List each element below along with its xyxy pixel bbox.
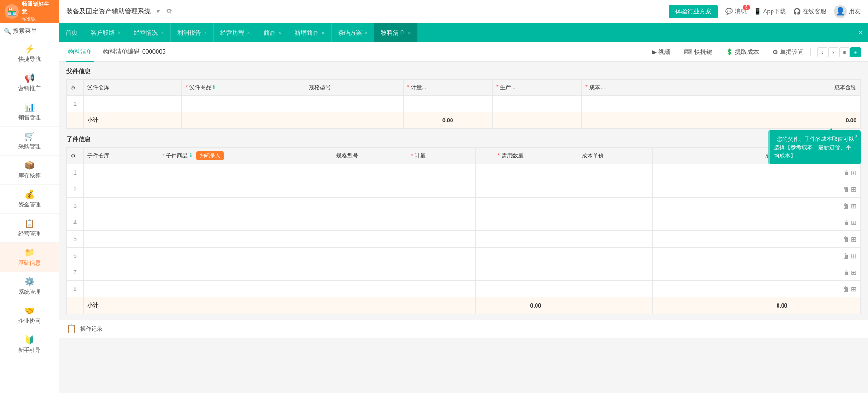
trial-button[interactable]: 体验行业方案 — [669, 5, 718, 18]
settings-icon[interactable]: ⚙ — [166, 7, 172, 16]
child-row-2-unit[interactable] — [407, 181, 475, 198]
child-row-7-product[interactable] — [158, 264, 332, 281]
child-row-3-unit-cost[interactable] — [578, 198, 652, 214]
child-row-1-unit-cost[interactable] — [578, 164, 652, 181]
child-row-3-needed[interactable] — [494, 198, 578, 214]
copy-row-2-icon[interactable]: ⊞ — [851, 186, 856, 193]
delete-row-6-icon[interactable]: 🗑 — [843, 252, 849, 260]
operations-tab-close[interactable]: × — [161, 30, 163, 36]
child-row-8-warehouse[interactable] — [84, 281, 158, 297]
child-row-7-needed[interactable] — [494, 264, 578, 281]
dropdown-icon[interactable]: ▼ — [155, 8, 161, 15]
message-button[interactable]: 💬 消息 6 — [725, 7, 747, 16]
delete-row-8-icon[interactable]: 🗑 — [843, 285, 849, 293]
child-row-5-unit-cost[interactable] — [578, 231, 652, 248]
child-row-6-needed[interactable] — [494, 248, 578, 264]
child-row-1-spec[interactable] — [332, 164, 407, 181]
child-row-4-warehouse[interactable] — [84, 214, 158, 231]
history-tab-close[interactable]: × — [247, 30, 250, 36]
child-row-7-warehouse[interactable] — [84, 264, 158, 281]
child-row-6-unit[interactable] — [407, 248, 475, 264]
tab-history[interactable]: 经营历程 × — [214, 23, 257, 42]
child-row-7-unit-cost[interactable] — [578, 264, 652, 281]
search-menu-button[interactable]: 🔍 搜索菜单 — [0, 23, 59, 39]
copy-row-3-icon[interactable]: ⊞ — [851, 202, 856, 210]
child-row-5-needed[interactable] — [494, 231, 578, 248]
parent-row-1-unit[interactable] — [403, 96, 492, 112]
parent-row-1-product[interactable] — [181, 96, 305, 112]
sidebar-item-purchase[interactable]: 🛒 采购管理 — [0, 127, 59, 156]
sub-tab-bom-code[interactable]: 物料清单编码 0000005 — [102, 42, 168, 62]
child-row-7-unit[interactable] — [407, 264, 475, 281]
bom-tab-close[interactable]: × — [408, 30, 410, 36]
sidebar-item-sales[interactable]: 📊 销售管理 — [0, 97, 59, 127]
child-row-2-spec[interactable] — [332, 181, 407, 198]
sub-tab-bom-list[interactable]: 物料清单 — [66, 42, 94, 62]
tab-products[interactable]: 商品 × — [257, 23, 288, 42]
app-download-button[interactable]: 📱 App下载 — [754, 7, 786, 16]
child-row-6-unit-cost[interactable] — [578, 248, 652, 264]
scan-button[interactable]: 扫码录入 — [196, 151, 224, 160]
child-row-3-unit[interactable] — [407, 198, 475, 214]
tab-home[interactable]: 首页 — [59, 23, 84, 42]
delete-row-4-icon[interactable]: 🗑 — [843, 219, 849, 226]
child-row-8-product[interactable] — [158, 281, 332, 297]
copy-row-8-icon[interactable]: ⊞ — [851, 285, 856, 293]
child-row-3-spec[interactable] — [332, 198, 407, 214]
child-th-settings[interactable]: ⚙ — [67, 148, 84, 164]
child-row-6-warehouse[interactable] — [84, 248, 158, 264]
tab-profit[interactable]: 利润报告 × — [171, 23, 214, 42]
tab-bom[interactable]: 物料清单 × — [374, 23, 417, 42]
sidebar-item-inventory[interactable]: 📦 库存核算 — [0, 156, 59, 185]
child-row-1-unit[interactable] — [407, 164, 475, 181]
child-row-3-warehouse[interactable] — [84, 198, 158, 214]
parent-row-1-production[interactable] — [492, 96, 581, 112]
single-settings-action[interactable]: ⚙ 单据设置 — [772, 48, 804, 56]
sidebar-item-guide[interactable]: 🔰 新手引导 — [0, 330, 59, 359]
tooltip-close-button[interactable]: × — [855, 132, 858, 140]
child-row-1-needed[interactable] — [494, 164, 578, 181]
parent-row-1-cost[interactable] — [582, 96, 671, 112]
child-row-2-product[interactable] — [158, 181, 332, 198]
sidebar-item-enterprise[interactable]: 🤝 企业协同 — [0, 301, 59, 330]
sidebar-item-basic-info[interactable]: 📁 基础信息 — [0, 243, 59, 272]
products-tab-close[interactable]: × — [278, 30, 281, 36]
copy-row-4-icon[interactable]: ⊞ — [851, 219, 856, 226]
delete-row-1-icon[interactable]: 🗑 — [843, 169, 849, 176]
tab-customer[interactable]: 客户联络 × — [84, 23, 127, 42]
child-row-1-warehouse[interactable] — [84, 164, 158, 181]
child-row-7-spec[interactable] — [332, 264, 407, 281]
video-action[interactable]: ▶ 视频 — [652, 48, 670, 56]
child-row-1-product[interactable] — [158, 164, 332, 181]
customer-tab-close[interactable]: × — [118, 30, 121, 36]
sidebar-item-finance[interactable]: 💰 资金管理 — [0, 185, 59, 214]
parent-th-settings[interactable]: ⚙ — [67, 80, 84, 96]
barcode-tab-close[interactable]: × — [365, 30, 368, 36]
child-row-8-unit[interactable] — [407, 281, 475, 297]
child-row-2-warehouse[interactable] — [84, 181, 158, 198]
child-row-6-spec[interactable] — [332, 248, 407, 264]
nav-next-button[interactable]: › — [828, 47, 838, 57]
tab-operations[interactable]: 经营情况 × — [127, 23, 170, 42]
parent-row-1-warehouse[interactable] — [84, 96, 182, 112]
profit-tab-close[interactable]: × — [204, 30, 207, 36]
nav-list-button[interactable]: ≡ — [839, 47, 850, 57]
child-row-4-spec[interactable] — [332, 214, 407, 231]
parent-row-1-spec[interactable] — [305, 96, 403, 112]
delete-row-2-icon[interactable]: 🗑 — [843, 186, 849, 193]
nav-add-button[interactable]: + — [850, 47, 861, 57]
child-row-2-needed[interactable] — [494, 181, 578, 198]
sidebar-item-operations[interactable]: 📋 经营管理 — [0, 214, 59, 243]
delete-row-3-icon[interactable]: 🗑 — [843, 202, 849, 210]
child-row-4-unit-cost[interactable] — [578, 214, 652, 231]
sidebar-item-quick-nav[interactable]: ⚡ 快捷导航 — [0, 39, 59, 68]
child-row-3-product[interactable] — [158, 198, 332, 214]
close-all-tabs[interactable]: × — [853, 29, 868, 37]
copy-row-7-icon[interactable]: ⊞ — [851, 269, 856, 276]
copy-row-1-icon[interactable]: ⊞ — [851, 169, 856, 176]
tab-new-products[interactable]: 新增商品 × — [288, 23, 331, 42]
sidebar-item-system[interactable]: ⚙️ 系统管理 — [0, 272, 59, 301]
child-row-8-needed[interactable] — [494, 281, 578, 297]
child-row-2-unit-cost[interactable] — [578, 181, 652, 198]
child-row-6-product[interactable] — [158, 248, 332, 264]
